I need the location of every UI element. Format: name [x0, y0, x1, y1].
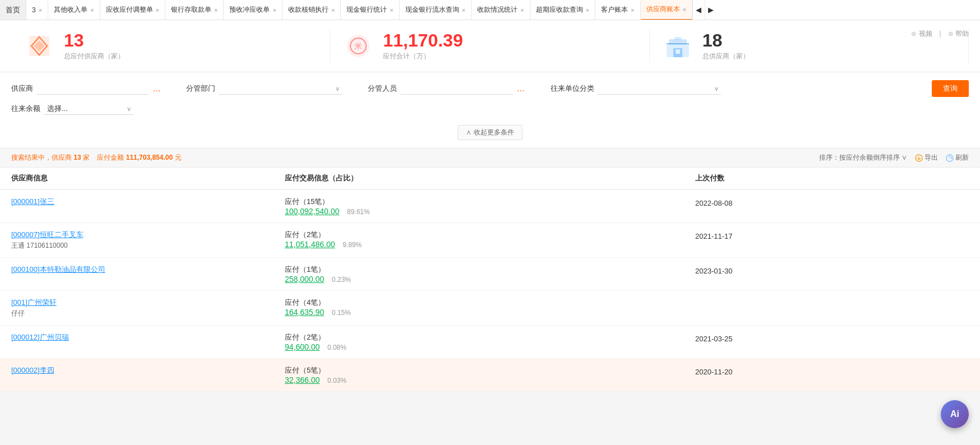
supplier-sub-1: 王通 17106110000: [11, 241, 285, 251]
trans-percent-4: 0.08%: [327, 344, 346, 351]
person-input[interactable]: [400, 82, 512, 95]
bank-deposit-close[interactable]: ×: [214, 7, 218, 13]
collapse-button[interactable]: ∧ 收起更多条件: [457, 125, 522, 140]
ai-button[interactable]: Ai: [941, 400, 969, 428]
advance-offset-close[interactable]: ×: [272, 7, 276, 13]
cell-transaction-4: 应付（2笔） 94,600.00 0.08%: [285, 332, 695, 351]
results-count: 13: [73, 154, 81, 161]
nav-receipt-verify[interactable]: 收款核销执行 ×: [283, 0, 341, 20]
table-header: 供应商信息 应付交易信息（占比） 上次付数: [0, 168, 980, 190]
col-header-supplier: 供应商信息: [11, 173, 285, 183]
results-actions: 排序：按应付余额倒序排序 ∨ 导出 刷新: [819, 153, 969, 163]
nav-supplier-ledger[interactable]: 供应商账本 ×: [641, 0, 692, 20]
receipt-stats-label: 收款情况统计: [477, 5, 517, 15]
dept-select-wrap: ∨: [219, 82, 342, 95]
refresh-button[interactable]: 刷新: [946, 153, 969, 163]
trans-amount-4[interactable]: 94,600.00: [285, 342, 320, 351]
help-link[interactable]: ⊙ 帮助: [948, 29, 969, 39]
nav-customer-ledger[interactable]: 客户账本 ×: [595, 0, 640, 20]
trans-percent-3: 0.15%: [332, 309, 351, 317]
summary-icon-2: 米: [341, 29, 375, 63]
cell-supplier-3: [001]广州荣轩 仔仔: [11, 298, 285, 318]
nav-bank-deposit[interactable]: 银行存取款单 ×: [165, 0, 224, 20]
results-bar: 搜索结果中，供应商 13 家 应付金额 111,703,854.00 元 排序：…: [0, 149, 980, 168]
cell-supplier-5: [000002]李四: [11, 365, 285, 384]
trans-label-4: 应付（2笔）: [285, 332, 695, 342]
nav-home[interactable]: 首页: [0, 0, 26, 20]
export-button[interactable]: 导出: [915, 153, 938, 163]
trans-amount-3[interactable]: 164,635.90: [285, 308, 324, 317]
customer-ledger-close[interactable]: ×: [631, 7, 634, 13]
trans-amount-5[interactable]: 32,366.00: [285, 376, 320, 384]
nav-receipt-stats[interactable]: 收款情况统计 ×: [471, 0, 530, 20]
trans-amount-2[interactable]: 258,000.00: [285, 275, 324, 284]
video-link[interactable]: ⊙ 视频: [911, 29, 932, 39]
supplier-ledger-close[interactable]: ×: [683, 6, 686, 13]
overdue-ar-close[interactable]: ×: [586, 7, 589, 13]
dept-select[interactable]: [219, 82, 342, 95]
tab3-close[interactable]: ×: [39, 7, 42, 13]
nav-left-arrow[interactable]: ◀: [692, 0, 705, 20]
cell-lastpay-0: 2022-08-08: [695, 197, 969, 216]
table-row: [000002]李四 应付（5笔） 32,366.00 0.03% 2020-1…: [0, 359, 980, 392]
results-info: 搜索结果中，供应商 13 家 应付金额 111,703,854.00 元: [11, 153, 182, 163]
cell-transaction-3: 应付（4笔） 164,635.90 0.15%: [285, 298, 695, 318]
nav-overdue-ar[interactable]: 超期应收款查询 ×: [530, 0, 595, 20]
cell-supplier-4: [000012]广州贝瑞: [11, 332, 285, 351]
person-dots[interactable]: ...: [517, 84, 524, 94]
supplier-link-0[interactable]: [000001]张三: [11, 197, 54, 206]
filter-person: 分管人员 ...: [368, 82, 524, 95]
nav-tab-3[interactable]: 3 ×: [26, 0, 48, 20]
trans-amount-1[interactable]: 11,051,486.00: [285, 240, 335, 249]
nav-other-income[interactable]: 其他收入单 ×: [48, 0, 100, 20]
other-income-label: 其他收入单: [54, 5, 87, 15]
balance-select[interactable]: 选择...: [44, 103, 133, 115]
nav-ar-ap-adjust[interactable]: 应收应付调整单 ×: [100, 0, 165, 20]
svg-point-14: [946, 155, 953, 161]
person-label: 分管人员: [368, 84, 397, 94]
category-select[interactable]: [598, 82, 721, 95]
supplier-link-2[interactable]: [000100]本特勒油品有限公司: [11, 265, 105, 274]
home-label: 首页: [6, 5, 20, 15]
summary-content-3: 18 总供应商（家）: [702, 31, 750, 61]
supplier-link-1[interactable]: [000007]恒旺二手叉车: [11, 230, 84, 239]
cash-bank-stats-close[interactable]: ×: [390, 7, 393, 13]
ar-ap-adjust-close[interactable]: ×: [156, 7, 159, 13]
trans-percent-0: 89.61%: [347, 208, 370, 216]
cash-bank-flow-label: 现金银行流水查询: [405, 5, 459, 15]
nav-advance-offset[interactable]: 预收冲应收单 ×: [224, 0, 282, 20]
summary-icon-3: [661, 29, 695, 63]
trans-label-2: 应付（1笔）: [285, 265, 695, 275]
cell-supplier-2: [000100]本特勒油品有限公司: [11, 265, 285, 284]
results-amount-prefix: 应付金额: [97, 154, 124, 161]
export-icon: [915, 154, 923, 162]
supplier-link-5[interactable]: [000002]李四: [11, 366, 54, 374]
supplier-link-3[interactable]: [001]广州荣轩: [11, 298, 57, 307]
balance-select-wrap: 选择... ∨: [44, 103, 133, 115]
cash-bank-flow-close[interactable]: ×: [462, 7, 465, 13]
table-row: [000001]张三 应付（15笔） 100,092,540.00 89.61%…: [0, 190, 980, 223]
results-amount: 111,703,854.00: [126, 154, 173, 161]
nav-right-arrow[interactable]: ▶: [705, 0, 717, 20]
supplier-link-4[interactable]: [000012]广州贝瑞: [11, 333, 69, 341]
help-sep: ｜: [937, 29, 944, 39]
supplier-dots[interactable]: ...: [153, 84, 160, 94]
ai-label: Ai: [950, 409, 959, 419]
advance-offset-label: 预收冲应收单: [229, 5, 270, 15]
supplier-input[interactable]: [36, 82, 149, 95]
other-income-close[interactable]: ×: [90, 7, 94, 13]
trans-amount-0[interactable]: 100,092,540.00: [285, 207, 339, 216]
receipt-stats-close[interactable]: ×: [520, 7, 524, 13]
sort-label: 排序：按应付余额倒序排序 ∨: [819, 153, 907, 163]
sort-chevron-icon[interactable]: ∨: [902, 154, 907, 161]
summary-number-1: 13: [64, 31, 124, 50]
query-button[interactable]: 查询: [932, 80, 969, 97]
nav-cash-bank-flow[interactable]: 现金银行流水查询 ×: [400, 0, 471, 20]
summary-number-2: 11,170.39: [383, 31, 463, 50]
summary-content-1: 13 总应付供应商（家）: [64, 31, 124, 61]
balance-label: 往来余额: [11, 104, 40, 114]
results-prefix: 搜索结果中，供应商: [11, 154, 72, 161]
cell-transaction-0: 应付（15笔） 100,092,540.00 89.61%: [285, 197, 695, 216]
receipt-verify-close[interactable]: ×: [331, 7, 335, 13]
nav-cash-bank-stats[interactable]: 现金银行统计 ×: [341, 0, 399, 20]
